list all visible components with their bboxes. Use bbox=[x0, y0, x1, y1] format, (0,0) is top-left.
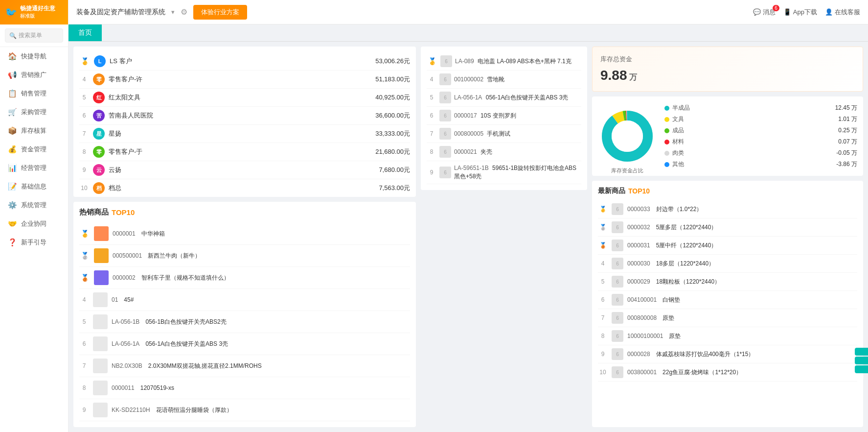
hot-product-6: 6 LA-056-1A 056-1A白色按键开关盖ABS 3壳 bbox=[79, 333, 410, 355]
top-item-2: 4 6 001000002 雪地靴 bbox=[427, 71, 581, 89]
ti-rank-1: 🥇 bbox=[427, 56, 437, 67]
customer-avatar-7: 云 bbox=[93, 164, 105, 176]
logo-sub: 标准版 bbox=[20, 13, 55, 20]
online-service-btn[interactable]: 👤 在线客服 bbox=[825, 8, 860, 17]
customer-top-card: 🥇 L LS 客户 53,006.26元 4 零 零售客户-许 51,183.0… bbox=[73, 47, 416, 197]
customer-item-5: 7 星 星扬 33,333.00元 bbox=[79, 125, 410, 143]
top-item-4: 6 6 0000017 10S 变刑罗刹 bbox=[427, 107, 581, 125]
customer-item-7: 9 云 云扬 7,680.00元 bbox=[79, 161, 410, 179]
topbar: 装备及固定资产辅助管理系统 ▾ ⚙ 体验行业方案 💬 消息 6 📱 App下载 … bbox=[69, 0, 868, 24]
hp-img-8 bbox=[93, 381, 108, 395]
top-items-card: 🥇 6 LA-089 电池盖 LA-089 ABS本色+黑种 7.1克 4 6 … bbox=[421, 47, 587, 190]
customer-item-4: 6 苦 苦南县人民医院 36,600.00元 bbox=[79, 107, 410, 125]
hp-img-2 bbox=[94, 248, 109, 263]
float-service: 客服热线 服务社区 直播 bbox=[855, 348, 868, 373]
hp-name-1: 中华神箱 bbox=[141, 230, 165, 238]
top-item-5: 7 6 000800005 手机测试 bbox=[427, 125, 581, 143]
customer-item-8: 10 档 档总 7,563.00元 bbox=[79, 179, 410, 197]
top-item-3: 5 6 LA-056-1A 056-1A白色按键开关盖ABS 3壳 bbox=[427, 89, 581, 107]
settings-icon[interactable]: ⚙ bbox=[181, 7, 187, 17]
ti-info-2: 001000002 雪地靴 bbox=[454, 75, 581, 84]
rank-num-5: 7 bbox=[79, 130, 89, 137]
customer-name-6: 零售客户-于 bbox=[109, 147, 371, 156]
np-rank-3: 🥉 bbox=[598, 242, 608, 249]
hp-name-9: 花语萌恒温分腿睡袋（厚款） bbox=[156, 406, 232, 414]
rank-num-8: 10 bbox=[79, 185, 89, 192]
np-img-4: 6 bbox=[612, 258, 623, 269]
legend-dot-4 bbox=[664, 151, 669, 156]
ti-img-6: 6 bbox=[439, 146, 451, 158]
hp-code-4: 01 bbox=[112, 296, 118, 303]
legend-item-0: 半成品 12.45 万 bbox=[664, 102, 857, 114]
notify-btn[interactable]: 💬 消息 6 bbox=[753, 8, 776, 17]
trial-btn[interactable]: 体验行业方案 bbox=[193, 5, 247, 20]
hp-name-7: 2.0X30MM双搓花轴,搓花直径2.1MM/ROHS bbox=[148, 362, 262, 370]
sidebar-item-cooperation[interactable]: 🤝 企业协同 bbox=[0, 215, 68, 233]
customer-amount-2: 51,183.00元 bbox=[375, 75, 410, 84]
middle-panel: 🥇 6 LA-089 电池盖 LA-089 ABS本色+黑种 7.1克 4 6 … bbox=[421, 47, 587, 427]
np-img-10: 6 bbox=[612, 366, 623, 378]
hot-product-3: 🥉 0000002 智利车子里（规格不知道填什么） bbox=[79, 267, 410, 289]
hp-name-5: 056-1B白色按键开关壳ABS2壳 bbox=[145, 318, 226, 326]
float-community[interactable]: 服务社区 bbox=[855, 357, 868, 364]
customer-avatar-1: L bbox=[94, 55, 106, 67]
customer-list: 🥇 L LS 客户 53,006.26元 4 零 零售客户-许 51,183.0… bbox=[79, 52, 410, 197]
sidebar-item-sales[interactable]: 📋 销售管理 bbox=[0, 84, 68, 103]
inventory-total: 9.88 万 bbox=[600, 68, 855, 83]
customer-amount-4: 36,600.00元 bbox=[375, 111, 410, 120]
sidebar-logo: 🐦 畅捷通好生意 标准版 bbox=[0, 0, 68, 24]
legend-dot-1 bbox=[664, 117, 669, 122]
finance-icon: 💰 bbox=[8, 145, 17, 154]
basic-info-icon: 📝 bbox=[8, 182, 17, 191]
ti-info-3: LA-056-1A 056-1A白色按键开关盖ABS 3壳 bbox=[454, 94, 581, 102]
tab-bar: 首页 bbox=[69, 24, 868, 42]
legend-item-1: 文具 1.01 万 bbox=[664, 114, 857, 125]
customer-amount-7: 7,680.00元 bbox=[379, 166, 410, 174]
sidebar-item-marketing[interactable]: 📢 营销推广 bbox=[0, 66, 68, 84]
customer-amount-8: 7,563.00元 bbox=[379, 184, 410, 192]
sidebar-item-purchase[interactable]: 🛒 采购管理 bbox=[0, 103, 68, 121]
sidebar-item-finance[interactable]: 💰 资金管理 bbox=[0, 140, 68, 159]
ti-rank-6: 8 bbox=[427, 148, 436, 155]
np-img-3: 6 bbox=[612, 240, 623, 251]
search-menu-button[interactable]: 🔍 搜索菜单 bbox=[5, 28, 63, 43]
hot-product-8: 8 0000011 12070519-xs bbox=[79, 377, 410, 399]
sidebar-item-basic-info[interactable]: 📝 基础信息 bbox=[0, 177, 68, 196]
sidebar-item-guide[interactable]: ❓ 新手引导 bbox=[0, 233, 68, 252]
sidebar-item-operations[interactable]: 📊 经营管理 bbox=[0, 159, 68, 177]
app-download-btn[interactable]: 📱 App下载 bbox=[783, 8, 817, 17]
legend-list: 半成品 12.45 万 文具 1.01 万 成品 0.25 万 bbox=[664, 102, 857, 170]
logo-icon: 🐦 bbox=[5, 6, 17, 18]
sidebar-item-inventory[interactable]: 📦 库存核算 bbox=[0, 121, 68, 140]
float-live[interactable]: 直播 bbox=[855, 365, 868, 373]
newest-item-4: 4 6 0000030 18多层（1220*2440） bbox=[598, 255, 857, 273]
hp-img-5 bbox=[93, 314, 108, 329]
chart-section: 库存资金占比 半成品 12.45 万 文具 1.01 万 bbox=[592, 96, 863, 176]
customer-item-2: 4 零 零售客户-许 51,183.00元 bbox=[79, 71, 410, 89]
legend-dot-2 bbox=[664, 128, 669, 133]
customer-amount-3: 40,925.00元 bbox=[375, 93, 410, 102]
tab-home[interactable]: 首页 bbox=[69, 24, 102, 41]
customer-amount-1: 53,006.26元 bbox=[375, 57, 410, 66]
sidebar-item-home[interactable]: 🏠 快捷导航 bbox=[0, 47, 68, 66]
newest-item-10: 10 6 003800001 22g鱼豆腐·烧烤味（1*12*20） bbox=[598, 363, 857, 382]
hot-products-card: 热销商品 TOP10 🥇 0000001 中华神箱 🥈 000500001 新西… bbox=[73, 202, 416, 427]
sidebar-search-area[interactable]: 🔍 搜索菜单 bbox=[0, 24, 68, 47]
ti-rank-5: 7 bbox=[427, 130, 436, 137]
customer-name-5: 星扬 bbox=[109, 129, 371, 138]
float-customer-service[interactable]: 客服热线 bbox=[855, 348, 868, 356]
ti-rank-3: 5 bbox=[427, 94, 436, 101]
legend-item-3: 材料 0.07 万 bbox=[664, 136, 857, 147]
notify-icon: 💬 bbox=[753, 8, 761, 16]
hp-rank-9: 9 bbox=[79, 407, 89, 413]
ti-rank-2: 4 bbox=[427, 76, 436, 83]
hp-rank-4: 4 bbox=[79, 296, 89, 303]
legend-dot-0 bbox=[664, 106, 669, 111]
ti-info-6: 0000021 夹壳 bbox=[454, 148, 581, 156]
sidebar-item-system[interactable]: ⚙️ 系统管理 bbox=[0, 196, 68, 215]
hp-img-1 bbox=[94, 226, 109, 241]
dropdown-arrow-icon[interactable]: ▾ bbox=[171, 8, 175, 16]
ti-info-4: 0000017 10S 变刑罗刹 bbox=[454, 112, 581, 120]
hp-rank-6: 6 bbox=[79, 340, 89, 347]
rank-num-3: 5 bbox=[79, 94, 89, 101]
